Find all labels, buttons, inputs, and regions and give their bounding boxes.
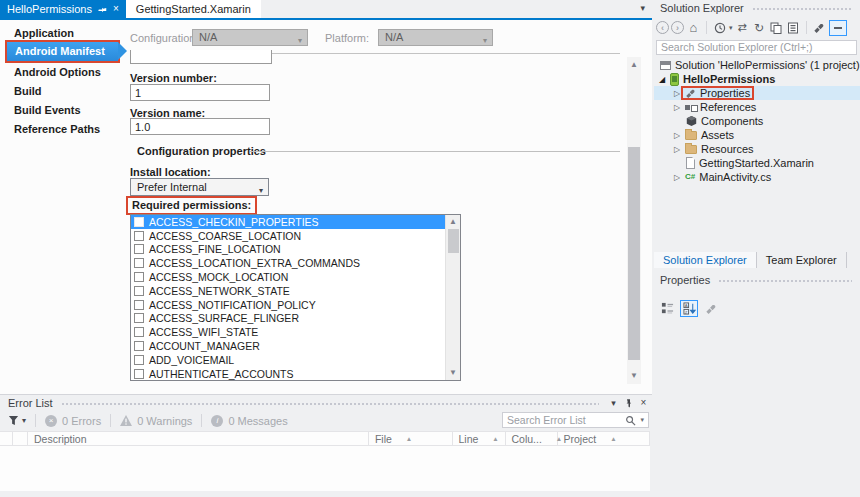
tree-row-properties[interactable]: ▷ Properties	[654, 86, 860, 100]
search-options-chevron-icon[interactable]: ▾	[640, 416, 644, 424]
tree-row-references[interactable]: ▷ References	[654, 100, 860, 114]
permission-checkbox[interactable]	[134, 272, 144, 282]
scroll-down-icon[interactable]: ▼	[449, 369, 457, 377]
permission-checkbox[interactable]	[134, 244, 144, 254]
permission-row[interactable]: ACCESS_FINE_LOCATION	[131, 243, 445, 257]
pin-icon[interactable]	[98, 5, 107, 14]
tree-row-mainactivity[interactable]: ▷ C# MainActivity.cs	[654, 170, 860, 184]
search-icon[interactable]	[625, 415, 636, 426]
scrollbar-thumb[interactable]	[628, 147, 640, 360]
collapsed-arrow-icon[interactable]: ▷	[673, 89, 681, 98]
show-all-files-icon[interactable]	[786, 20, 801, 35]
version-name-input[interactable]	[130, 118, 270, 135]
window-position-chevron-icon[interactable]: ▾	[607, 397, 620, 409]
tab-gettingstarted[interactable]: GettingStarted.Xamarin	[126, 0, 261, 18]
column-project[interactable]: Project▲	[558, 432, 651, 445]
document-scrollbar[interactable]: ▲ ▼	[627, 57, 641, 384]
error-list-search[interactable]: Search Error List ▾	[502, 412, 649, 428]
column-category[interactable]	[13, 432, 28, 445]
nav-item-application[interactable]: Application	[14, 27, 74, 39]
permission-checkbox[interactable]	[134, 355, 144, 365]
permission-row[interactable]: ACCESS_LOCATION_EXTRA_COMMANDS	[131, 256, 445, 270]
switch-views-chevron-icon[interactable]: ▾	[729, 24, 733, 32]
pin-icon[interactable]	[622, 397, 635, 409]
column-line[interactable]: Line▲	[453, 432, 506, 445]
alphabetical-sort-icon[interactable]: AZ	[680, 300, 698, 317]
column-file[interactable]: File▲	[369, 432, 453, 445]
version-number-input[interactable]	[130, 84, 270, 101]
solution-explorer-header[interactable]: Solution Explorer	[654, 0, 860, 16]
scroll-down-icon[interactable]: ▼	[630, 372, 638, 380]
column-column[interactable]: Colu...▲	[506, 432, 558, 445]
tab-solution-explorer[interactable]: Solution Explorer	[654, 252, 756, 268]
permission-checkbox[interactable]	[134, 369, 144, 379]
listbox-scrollbar[interactable]: ▲ ▼	[445, 215, 460, 380]
forward-icon[interactable]: ›	[671, 21, 684, 34]
permission-checkbox[interactable]	[134, 286, 144, 296]
close-icon[interactable]: ×	[113, 4, 119, 14]
permission-checkbox[interactable]	[134, 258, 144, 268]
close-icon[interactable]: ×	[637, 397, 650, 409]
permission-checkbox[interactable]	[134, 313, 144, 323]
sync-with-active-document-icon[interactable]: ⇄	[735, 20, 750, 35]
platform-dropdown[interactable]: N/A ▾	[378, 29, 493, 46]
permission-checkbox[interactable]	[134, 217, 144, 227]
nav-item-build[interactable]: Build	[14, 85, 42, 97]
tree-row-gettingstarted[interactable]: GettingStarted.Xamarin	[654, 156, 860, 170]
refresh-icon[interactable]: ↻	[752, 20, 767, 35]
collapsed-arrow-icon[interactable]: ▷	[673, 103, 681, 112]
errors-filter-button[interactable]: × 0 Errors	[45, 415, 101, 427]
back-icon[interactable]: ‹	[656, 21, 669, 34]
nav-item-build-events[interactable]: Build Events	[14, 104, 81, 116]
permission-row[interactable]: AUTHENTICATE_ACCOUNTS	[131, 367, 445, 380]
collapsed-arrow-icon[interactable]: ▷	[673, 145, 681, 154]
column-description[interactable]: Description	[28, 432, 369, 445]
tree-row-resources[interactable]: ▷ Resources	[654, 142, 860, 156]
permission-row[interactable]: ACCESS_MOCK_LOCATION	[131, 270, 445, 284]
permission-checkbox[interactable]	[134, 300, 144, 310]
tree-row-project[interactable]: ◢ HelloPermissions	[654, 72, 860, 86]
scroll-up-icon[interactable]: ▲	[449, 218, 457, 226]
preview-selected-items-icon[interactable]	[829, 20, 847, 36]
permission-row[interactable]: ACCESS_SURFACE_FLINGER	[131, 312, 445, 326]
tab-hellopermissions[interactable]: HelloPermissions ×	[0, 0, 126, 18]
scrollbar-thumb[interactable]	[448, 229, 459, 253]
properties-wrench-icon[interactable]	[812, 20, 827, 35]
expanded-arrow-icon[interactable]: ◢	[658, 75, 666, 84]
nav-item-reference-paths[interactable]: Reference Paths	[14, 123, 100, 135]
permission-row[interactable]: ACCESS_COARSE_LOCATION	[131, 229, 445, 243]
permission-checkbox[interactable]	[134, 327, 144, 337]
tree-row-solution[interactable]: Solution 'HelloPermissions' (1 project)	[654, 58, 860, 72]
tab-team-explorer[interactable]: Team Explorer	[756, 252, 847, 268]
configuration-dropdown[interactable]: N/A ▾	[192, 29, 308, 46]
warnings-filter-button[interactable]: 0 Warnings	[120, 415, 192, 427]
permission-checkbox[interactable]	[134, 341, 144, 351]
install-location-dropdown[interactable]: Prefer Internal ▾	[130, 178, 269, 196]
switch-views-icon[interactable]	[712, 20, 727, 35]
column-icon[interactable]	[0, 432, 13, 445]
collapse-all-icon[interactable]	[769, 20, 784, 35]
collapsed-arrow-icon[interactable]: ▷	[673, 173, 681, 182]
error-list-header[interactable]: Error List ▾ ×	[0, 395, 652, 411]
property-pages-wrench-icon[interactable]	[702, 300, 720, 317]
home-icon[interactable]: ⌂	[686, 20, 701, 35]
solution-explorer-search[interactable]: Search Solution Explorer (Ctrl+;)	[656, 40, 857, 55]
nav-item-android-options[interactable]: Android Options	[14, 66, 101, 78]
tree-row-components[interactable]: Components	[654, 114, 860, 128]
tree-row-assets[interactable]: ▷ Assets	[654, 128, 860, 142]
permission-row[interactable]: ACCESS_WIFI_STATE	[131, 325, 445, 339]
properties-panel-header[interactable]: Properties	[654, 272, 860, 288]
permission-row[interactable]: ADD_VOICEMAIL	[131, 353, 445, 367]
nav-item-android-manifest[interactable]: Android Manifest	[6, 42, 118, 61]
categorized-icon[interactable]	[658, 300, 676, 317]
filter-icon[interactable]: ▾	[8, 415, 26, 426]
scroll-up-icon[interactable]: ▲	[630, 61, 638, 69]
messages-filter-button[interactable]: i 0 Messages	[211, 415, 287, 427]
required-permissions-listbox[interactable]: ACCESS_CHECKIN_PROPERTIES ACCESS_COARSE_…	[130, 214, 461, 381]
permission-row[interactable]: ACCOUNT_MANAGER	[131, 339, 445, 353]
permission-row[interactable]: ACCESS_NETWORK_STATE	[131, 284, 445, 298]
tab-overflow-chevron-icon[interactable]: ▾	[640, 3, 645, 13]
collapsed-arrow-icon[interactable]: ▷	[673, 131, 681, 140]
permission-checkbox[interactable]	[134, 231, 144, 241]
permission-row[interactable]: ACCESS_CHECKIN_PROPERTIES	[131, 215, 445, 229]
